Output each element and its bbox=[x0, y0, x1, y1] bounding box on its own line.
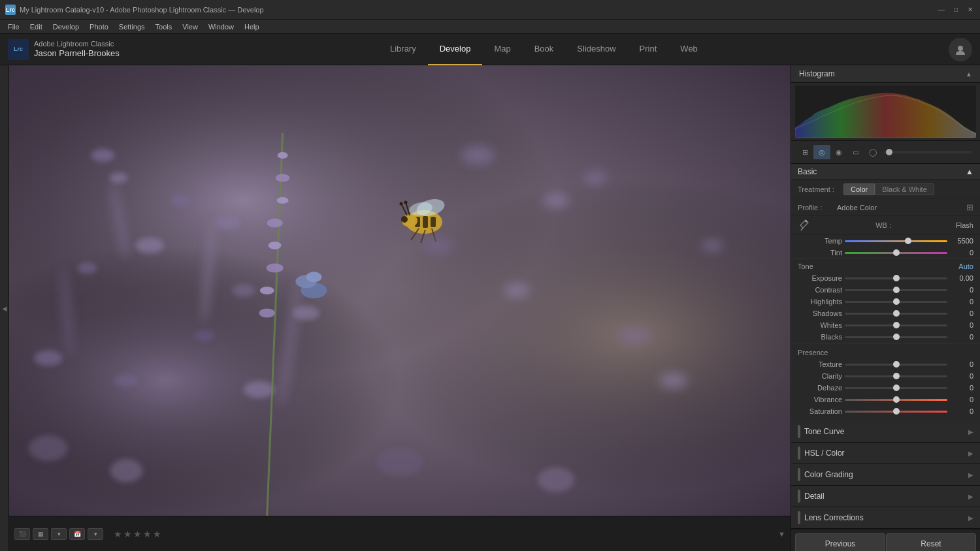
tool-slider[interactable] bbox=[884, 151, 972, 153]
star-4[interactable]: ★ bbox=[143, 529, 152, 539]
detail-panel[interactable]: Detail ▶ bbox=[791, 486, 980, 507]
blacks-slider-row: Blacks 0 bbox=[791, 331, 980, 343]
profile-value[interactable]: Adobe Color bbox=[837, 204, 966, 212]
previous-button[interactable]: Previous bbox=[795, 533, 885, 551]
star-3[interactable]: ★ bbox=[133, 529, 142, 539]
filmstrip-view-btn[interactable]: ⬛ bbox=[14, 528, 30, 540]
svg-point-59 bbox=[538, 467, 574, 492]
texture-slider[interactable] bbox=[845, 364, 947, 366]
tone-curve-panel[interactable]: Tone Curve ▶ bbox=[791, 421, 980, 443]
temp-slider[interactable] bbox=[845, 240, 947, 242]
rating-stars[interactable]: ★ ★ ★ ★ ★ bbox=[114, 529, 161, 539]
exposure-thumb[interactable] bbox=[893, 275, 900, 281]
photo-canvas bbox=[9, 65, 791, 516]
nav-map[interactable]: Map bbox=[482, 34, 522, 65]
dehaze-slider[interactable] bbox=[845, 387, 947, 389]
menu-develop[interactable]: Develop bbox=[48, 20, 84, 33]
mask-tool[interactable]: ▭ bbox=[847, 145, 864, 159]
vibrance-slider[interactable] bbox=[845, 399, 947, 401]
filmstrip-more-btn[interactable]: ▾ bbox=[51, 528, 67, 540]
highlights-slider[interactable] bbox=[845, 301, 947, 303]
shadows-thumb[interactable] bbox=[893, 310, 900, 317]
lens-corrections-panel[interactable]: Lens Corrections ▶ bbox=[791, 507, 980, 529]
navbar: Lrc Adobe Lightroom Classic Jason Parnel… bbox=[0, 34, 980, 65]
nav-develop[interactable]: Develop bbox=[428, 34, 483, 65]
lens-corrections-label: Lens Corrections bbox=[804, 513, 968, 522]
treatment-bw-btn[interactable]: Black & White bbox=[875, 183, 934, 195]
blacks-slider[interactable] bbox=[845, 336, 947, 338]
menu-settings[interactable]: Settings bbox=[114, 20, 150, 33]
shadows-slider[interactable] bbox=[845, 313, 947, 315]
color-grading-panel[interactable]: Color Grading ▶ bbox=[791, 464, 980, 486]
saturation-slider[interactable] bbox=[845, 411, 947, 413]
radial-tool[interactable]: ◯ bbox=[864, 145, 881, 159]
clarity-thumb[interactable] bbox=[893, 373, 900, 379]
exposure-slider[interactable] bbox=[845, 277, 947, 279]
menu-window[interactable]: Window bbox=[203, 20, 239, 33]
tone-divider: Tone Auto bbox=[791, 259, 980, 272]
brand-app-name: Adobe Lightroom Classic bbox=[34, 39, 120, 48]
star-5[interactable]: ★ bbox=[153, 529, 161, 539]
svg-point-48 bbox=[462, 146, 495, 165]
vibrance-thumb[interactable] bbox=[893, 396, 900, 403]
menu-view[interactable]: View bbox=[177, 20, 203, 33]
redeye-tool[interactable]: ◉ bbox=[830, 145, 847, 159]
profile-grid-icon[interactable]: ⊞ bbox=[966, 202, 973, 212]
hsl-color-panel[interactable]: HSL / Color ▶ bbox=[791, 443, 980, 464]
contrast-slider[interactable] bbox=[845, 289, 947, 291]
menu-photo[interactable]: Photo bbox=[84, 20, 114, 33]
dehaze-thumb[interactable] bbox=[893, 385, 900, 391]
histogram-header[interactable]: Histogram ▲ bbox=[791, 65, 980, 83]
texture-thumb[interactable] bbox=[893, 361, 900, 368]
healing-tool[interactable]: ◎ bbox=[813, 145, 830, 159]
maximize-button[interactable]: □ bbox=[951, 5, 960, 14]
star-1[interactable]: ★ bbox=[114, 529, 122, 539]
filmstrip-date-more[interactable]: ▾ bbox=[88, 528, 103, 540]
menu-tools[interactable]: Tools bbox=[150, 20, 178, 33]
whites-thumb[interactable] bbox=[893, 322, 900, 328]
crop-tool[interactable]: ⊞ bbox=[796, 145, 813, 159]
nav-web[interactable]: Web bbox=[668, 34, 710, 65]
menu-file[interactable]: File bbox=[3, 20, 25, 33]
temp-thumb[interactable] bbox=[905, 238, 911, 244]
close-button[interactable]: ✕ bbox=[966, 5, 975, 14]
star-2[interactable]: ★ bbox=[123, 529, 132, 539]
svg-point-24 bbox=[267, 264, 284, 273]
nav-book[interactable]: Book bbox=[523, 34, 566, 65]
vibrance-slider-row: Vibrance 0 bbox=[791, 394, 980, 405]
presence-divider: Presence bbox=[791, 343, 980, 358]
window-controls[interactable]: — □ ✕ bbox=[937, 5, 975, 14]
nav-print[interactable]: Print bbox=[628, 34, 669, 65]
svg-point-51 bbox=[583, 172, 607, 185]
contrast-thumb[interactable] bbox=[893, 287, 900, 293]
tint-slider[interactable] bbox=[845, 252, 947, 254]
filmstrip-nav-icon[interactable]: ▼ bbox=[778, 530, 785, 538]
user-avatar[interactable] bbox=[949, 38, 972, 61]
left-panel-toggle[interactable]: ◀ bbox=[2, 305, 7, 312]
tint-thumb[interactable] bbox=[893, 249, 900, 256]
reset-button[interactable]: Reset bbox=[886, 533, 976, 551]
menu-help[interactable]: Help bbox=[239, 20, 265, 33]
saturation-thumb[interactable] bbox=[893, 408, 900, 415]
treatment-label: Treatment : bbox=[798, 185, 843, 193]
svg-point-55 bbox=[659, 373, 688, 388]
exposure-value: 0.00 bbox=[950, 274, 973, 282]
clarity-slider[interactable] bbox=[845, 375, 947, 377]
blacks-thumb[interactable] bbox=[893, 334, 900, 340]
main-layout: ◀ bbox=[0, 65, 980, 551]
treatment-color-btn[interactable]: Color bbox=[843, 183, 875, 195]
minimize-button[interactable]: — bbox=[937, 5, 946, 14]
filmstrip-grid-btn[interactable]: ▦ bbox=[33, 528, 48, 540]
tone-label: Tone bbox=[798, 262, 813, 270]
nav-slideshow[interactable]: Slideshow bbox=[565, 34, 627, 65]
menu-edit[interactable]: Edit bbox=[25, 20, 48, 33]
filmstrip-date-btn[interactable]: 📅 bbox=[69, 528, 85, 540]
nav-library[interactable]: Library bbox=[378, 34, 428, 65]
svg-point-18 bbox=[34, 351, 63, 366]
wb-eyedropper-tool[interactable] bbox=[798, 219, 811, 232]
highlights-thumb[interactable] bbox=[893, 298, 900, 305]
tone-auto-btn[interactable]: Auto bbox=[958, 262, 973, 270]
whites-slider[interactable] bbox=[845, 324, 947, 326]
basic-panel-header[interactable]: Basic ▲ bbox=[791, 164, 980, 180]
wb-value[interactable]: Flash bbox=[956, 221, 973, 229]
